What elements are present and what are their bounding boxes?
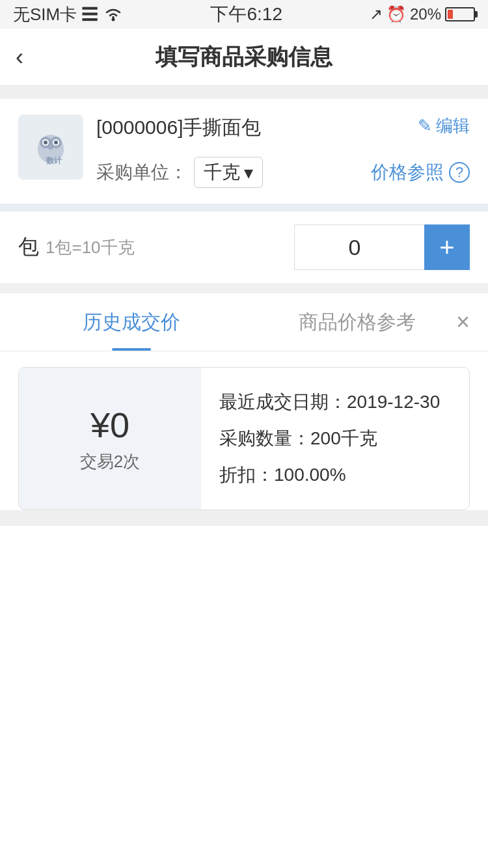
tabs-row: 历史成交价 商品价格参考 × <box>0 293 488 351</box>
quantity-label: 包 1包=10千克 <box>18 233 135 262</box>
product-name: [0000006]手撕面包 <box>96 115 261 141</box>
product-card: 数计 [0000006]手撕面包 ✎ 编辑 采购单位： 千克 ▾ <box>0 99 488 204</box>
owl-logo-icon: 数计 <box>28 124 74 170</box>
svg-point-7 <box>54 141 58 144</box>
quantity-row: 包 1包=10千克 + <box>0 211 488 283</box>
quantity-input[interactable] <box>294 224 424 270</box>
close-button[interactable]: × <box>456 308 470 336</box>
quantity-convert: 1包=10千克 <box>46 236 135 259</box>
alarm-icon: ⏰ <box>386 5 406 23</box>
svg-point-6 <box>44 141 47 144</box>
history-price-value: ¥0 <box>90 405 129 445</box>
page-title: 填写商品采购信息 <box>156 42 332 72</box>
main-body <box>0 526 488 868</box>
svg-text:数计: 数计 <box>46 156 62 165</box>
purchase-qty-row: 采购数量：200千克 <box>219 425 451 452</box>
location-icon: ↗ <box>370 5 383 23</box>
wifi-icon <box>103 7 123 21</box>
svg-point-8 <box>48 146 53 150</box>
price-ref-label: 价格参照 <box>371 160 444 185</box>
section-divider <box>0 204 488 211</box>
quantity-unit: 包 <box>18 233 39 262</box>
back-button[interactable]: ‹ <box>16 44 23 71</box>
unit-select-dropdown[interactable]: 千克 ▾ <box>194 157 263 188</box>
help-icon: ? <box>449 162 470 183</box>
tab-history-price[interactable]: 历史成交价 <box>18 293 244 351</box>
unit-label: 采购单位： <box>96 160 187 185</box>
battery-percent: 20% <box>410 5 441 23</box>
price-reference-button[interactable]: 价格参照 ? <box>371 160 470 185</box>
tab-underline <box>112 348 151 351</box>
history-card: ¥0 交易2次 最近成交日期：2019-12-30 采购数量：200千克 折扣：… <box>18 367 470 510</box>
recent-date-row: 最近成交日期：2019-12-30 <box>219 388 451 416</box>
status-time: 下午6:12 <box>210 2 282 27</box>
product-info: [0000006]手撕面包 ✎ 编辑 采购单位： 千克 ▾ 价格参照 ? <box>96 115 470 188</box>
nav-bar: ‹ 填写商品采购信息 <box>0 29 488 86</box>
carrier-text: 无SIM卡 ☰ <box>13 3 98 26</box>
svg-point-0 <box>112 18 115 21</box>
history-details-section: 最近成交日期：2019-12-30 采购数量：200千克 折扣：100.00% <box>201 368 469 509</box>
status-right: ↗ ⏰ 20% <box>370 5 475 23</box>
battery-icon <box>445 7 475 21</box>
status-bar: 无SIM卡 ☰ 下午6:12 ↗ ⏰ 20% <box>0 0 488 29</box>
history-price-section: ¥0 交易2次 <box>19 368 201 509</box>
quantity-input-group: + <box>294 224 470 270</box>
quantity-plus-button[interactable]: + <box>424 224 470 270</box>
edit-button[interactable]: ✎ 编辑 <box>418 115 470 137</box>
status-left: 无SIM卡 ☰ <box>13 3 123 26</box>
history-trade-count: 交易2次 <box>80 450 140 473</box>
product-thumbnail: 数计 <box>18 115 83 180</box>
edit-icon: ✎ <box>418 116 432 136</box>
chevron-down-icon: ▾ <box>244 162 253 183</box>
bottom-panel: 历史成交价 商品价格参考 × ¥0 交易2次 最近成交日期：2019-12-30… <box>0 293 488 510</box>
discount-row: 折扣：100.00% <box>219 461 451 489</box>
unit-value: 千克 <box>204 160 240 185</box>
tab-price-reference[interactable]: 商品价格参考 <box>244 293 470 351</box>
